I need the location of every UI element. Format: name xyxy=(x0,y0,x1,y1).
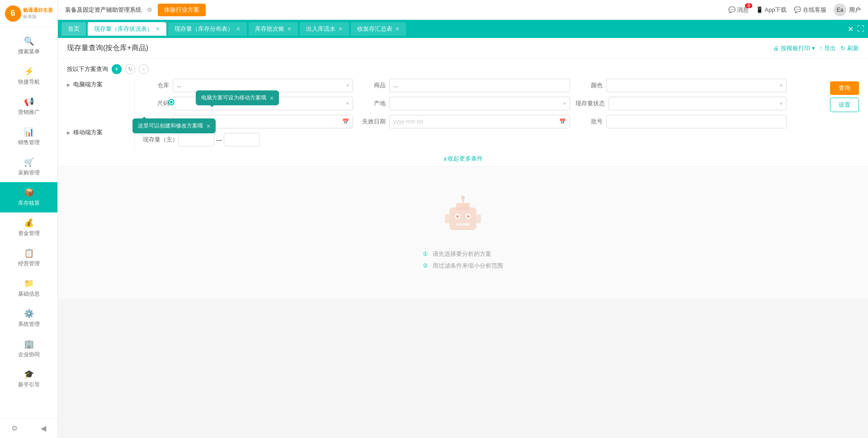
stock-status-select[interactable]: ▾ xyxy=(609,97,787,110)
color-select[interactable]: ▾ xyxy=(606,79,787,92)
sidebar-item-basic[interactable]: 📁 基础信息 xyxy=(0,273,57,303)
svg-point-4 xyxy=(456,215,459,218)
export-icon: ↑ xyxy=(820,45,823,52)
set-button[interactable]: 设置 xyxy=(830,98,859,112)
tab-close-batch[interactable]: ✕ xyxy=(287,26,292,32)
system-icon: ⚙️ xyxy=(24,309,34,319)
tab-inout[interactable]: 出入库流水 ✕ xyxy=(300,22,349,36)
sidebar-item-sales[interactable]: 📊 销售管理 xyxy=(0,122,57,152)
fullscreen-btn[interactable]: ⛶ xyxy=(857,25,864,33)
arrow-icon-2: ▶ xyxy=(67,130,71,135)
sidebar-bottom: ⚙ ◀ xyxy=(0,418,57,438)
avatar: Ea xyxy=(834,4,846,16)
sidebar-item-finance[interactable]: 💰 资金管理 xyxy=(0,212,57,243)
tabs-bar: 首页 现存量（库存状况表） ✕ 现存量（库存分布表） ✕ 库存批次账 ✕ 出入库… xyxy=(58,20,868,38)
user-menu[interactable]: Ea 用户 xyxy=(834,4,861,16)
chevron-down-icon: ▾ xyxy=(812,45,815,52)
basic-icon: 📁 xyxy=(24,278,34,288)
tab-collect[interactable]: 收发存汇总表 ✕ xyxy=(351,22,406,36)
scheme-item-pc[interactable]: ▶ 电脑端方案 xyxy=(67,79,127,90)
search-button[interactable]: 查询 xyxy=(830,81,859,95)
close-all-tabs-btn[interactable]: ✕ xyxy=(848,25,854,33)
header-right: 💬 消息 8 📱 App下载 💬 在线客服 Ea 用户 xyxy=(728,4,861,16)
trial-button[interactable]: 体验行业方案 xyxy=(158,4,206,16)
phone-icon: 📱 xyxy=(756,6,763,13)
operation-icon: 📋 xyxy=(24,248,34,258)
calendar-icon-2: 📅 xyxy=(559,118,566,125)
tooltip-bubble-2: 这里可以创建和修改方案哦 × xyxy=(132,118,216,133)
tooltip-1-close-btn[interactable]: × xyxy=(270,94,274,102)
scheme-item-mobile[interactable]: ▶ 移动端方案 xyxy=(67,127,127,138)
search-buttons: 查询 设置 xyxy=(830,81,859,112)
tab-close-collect[interactable]: ✕ xyxy=(395,26,400,32)
sidebar-item-search[interactable]: 🔍 搜索菜单 xyxy=(0,31,57,61)
app-download-btn[interactable]: 📱 App下载 xyxy=(756,6,787,14)
gear-icon[interactable]: ⚙ xyxy=(147,6,152,13)
sidebar-item-system[interactable]: ⚙️ 系统管理 xyxy=(0,303,57,334)
tooltip-2-close-btn[interactable]: × xyxy=(207,122,210,130)
tab-batch[interactable]: 库存批次账 ✕ xyxy=(249,22,298,36)
sales-icon: 📊 xyxy=(24,127,34,137)
svg-point-10 xyxy=(461,196,465,199)
message-btn[interactable]: 💬 消息 8 xyxy=(728,6,749,14)
tab-inventory-status[interactable]: 现存量（库存状况表） ✕ xyxy=(88,22,166,36)
range-separator: — xyxy=(216,137,222,143)
template-print-btn[interactable]: 🖨 按模板打印 ▾ xyxy=(773,44,815,52)
marketing-icon: 📢 xyxy=(24,97,34,107)
page-title: 现存量查询(按仓库+商品) xyxy=(67,43,148,53)
dot-indicator xyxy=(169,100,174,104)
goods-select[interactable]: ... xyxy=(389,79,570,92)
chevron-down-icon-4: ▾ xyxy=(563,100,566,107)
refresh-scheme-btn[interactable]: ↻ xyxy=(125,64,135,74)
expire-date-input[interactable]: yyyy-mm-dd 📅 xyxy=(389,115,570,128)
tab-home[interactable]: 首页 xyxy=(61,22,86,36)
filter-row-3: 生产日期 yyyy-mm-dd 📅 失效日期 yyyy-mm-dd 📅 xyxy=(142,115,787,128)
sidebar-item-marketing[interactable]: 📢 营销推广 xyxy=(0,91,57,122)
sidebar-item-operation[interactable]: 📋 经营管理 xyxy=(0,243,57,273)
tab-close-inventory-status[interactable]: ✕ xyxy=(156,26,160,32)
sidebar: 6 畅通通好生意 标准版 🔍 搜索菜单 ⚡ 快捷导航 📢 营销推广 📊 销售管理… xyxy=(0,0,58,438)
add-scheme-btn[interactable]: + xyxy=(112,64,122,74)
stock-qty-range: — xyxy=(178,133,787,146)
batch-label: 批号 xyxy=(576,118,603,126)
batch-input[interactable] xyxy=(606,115,787,128)
sidebar-nav: 🔍 搜索菜单 ⚡ 快捷导航 📢 营销推广 📊 销售管理 🛒 采购管理 📦 库存核… xyxy=(0,27,57,418)
sidebar-item-inventory[interactable]: 📦 库存核算 xyxy=(0,182,57,212)
sidebar-item-quick[interactable]: ⚡ 快捷导航 xyxy=(0,61,57,91)
stock-qty-to[interactable] xyxy=(224,133,260,146)
chevron-down-icon-3: ▾ xyxy=(346,100,349,107)
stock-qty-from[interactable] xyxy=(178,133,214,146)
arrow-scheme-btn[interactable]: ← xyxy=(139,64,149,74)
settings-bottom-btn[interactable]: ⚙ xyxy=(11,424,18,433)
arrow-icon: ▶ xyxy=(67,82,71,87)
tab-close-inout[interactable]: ✕ xyxy=(338,26,343,32)
msg-badge: 8 xyxy=(745,3,752,8)
sidebar-item-newuser[interactable]: 🎓 新手引导 xyxy=(0,364,57,394)
chevron-down-icon-2: ▾ xyxy=(780,82,783,89)
header-left: 装备及固定资产辅助管理系统 ⚙ 体验行业方案 xyxy=(65,4,206,16)
scheme-list: ▶ 电脑端方案 ▶ 移动端方案 xyxy=(67,79,135,151)
sidebar-item-purchase[interactable]: 🛒 采购管理 xyxy=(0,152,57,182)
chevron-up-icon: ∧ xyxy=(443,155,448,162)
logo-text: 畅通通好生意 标准版 xyxy=(23,7,53,20)
svg-rect-8 xyxy=(476,214,481,223)
purchase-icon: 🛒 xyxy=(24,157,34,167)
svg-rect-0 xyxy=(449,207,476,230)
collapse-btn[interactable]: ◀ xyxy=(41,424,46,433)
filter-batch: 批号 xyxy=(576,115,787,128)
sidebar-item-enterprise[interactable]: 🏢 企业协同 xyxy=(0,334,57,364)
tab-inventory-dist[interactable]: 现存量（库存分布表） ✕ xyxy=(168,22,247,36)
collapse-row[interactable]: ∧ 收起更多条件 xyxy=(67,151,859,166)
refresh-btn[interactable]: ↻ 刷新 xyxy=(840,44,859,52)
color-label: 颜色 xyxy=(576,81,603,89)
service-icon: 💬 xyxy=(794,6,801,13)
export-btn[interactable]: ↑ 导出 xyxy=(820,44,836,52)
filters-panel: 仓库 ... ▾ 商品 ... 颜色 xyxy=(135,79,859,151)
size-label: 尺码 xyxy=(142,99,169,108)
service-btn[interactable]: 💬 在线客服 xyxy=(794,6,826,14)
filter-color: 颜色 ▾ xyxy=(576,79,787,92)
empty-state-icon xyxy=(440,194,486,239)
stock-status-label: 现存量状态 xyxy=(576,99,605,108)
tab-close-inventory-dist[interactable]: ✕ xyxy=(236,26,241,32)
origin-select[interactable]: ▾ xyxy=(389,97,570,110)
